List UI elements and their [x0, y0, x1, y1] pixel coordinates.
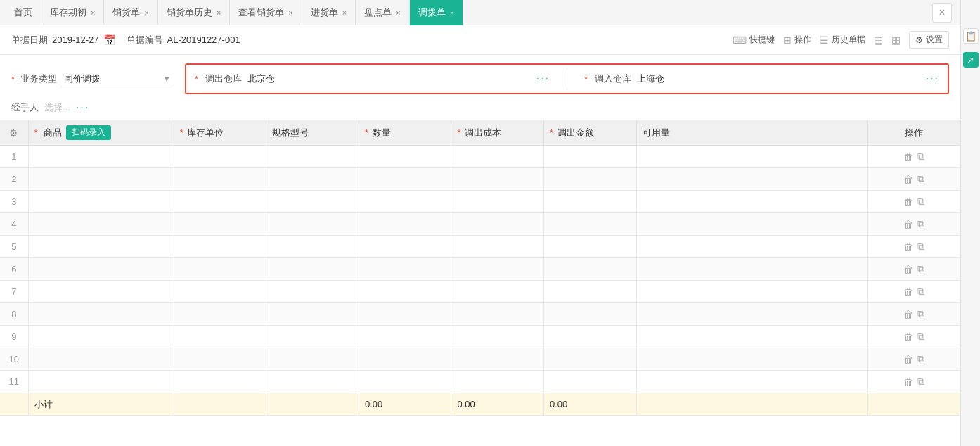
handler-select[interactable]: 选择... — [44, 101, 70, 114]
row-product[interactable] — [28, 191, 174, 213]
row-quantity[interactable] — [359, 326, 451, 348]
copy-icon[interactable]: ⧉ — [917, 263, 924, 275]
copy-icon[interactable]: ⧉ — [917, 173, 924, 185]
tab-sales-history[interactable]: 销货单历史 × — [158, 0, 230, 25]
row-spec[interactable] — [266, 348, 359, 371]
copy-icon[interactable]: ⧉ — [917, 151, 924, 163]
tab-inventory-init[interactable]: 库存期初 × — [41, 0, 104, 25]
row-cost[interactable] — [451, 191, 544, 213]
row-cost[interactable] — [451, 281, 544, 303]
row-quantity[interactable] — [359, 213, 451, 236]
in-warehouse-more-button[interactable]: ··· — [926, 72, 939, 85]
row-unit[interactable] — [174, 258, 266, 281]
row-product[interactable] — [28, 146, 174, 168]
tab-sales-order[interactable]: 销货单 × — [104, 0, 157, 25]
row-cost[interactable] — [451, 168, 544, 191]
row-unit[interactable] — [174, 303, 266, 326]
copy-icon[interactable]: ⧉ — [917, 308, 924, 320]
row-unit[interactable] — [174, 213, 266, 236]
tab-close-sales-order[interactable]: × — [144, 8, 148, 17]
delete-icon[interactable]: 🗑 — [903, 264, 913, 275]
copy-icon[interactable]: ⧉ — [917, 353, 924, 365]
tab-home[interactable]: 首页 — [6, 0, 41, 25]
row-amount[interactable] — [543, 191, 636, 213]
delete-icon[interactable]: 🗑 — [903, 286, 913, 298]
grid-button[interactable]: ▦ — [891, 34, 901, 46]
copy-icon[interactable]: ⧉ — [917, 196, 924, 208]
delete-icon[interactable]: 🗑 — [903, 196, 913, 208]
row-available[interactable] — [636, 146, 868, 168]
row-unit[interactable] — [174, 281, 266, 303]
row-amount[interactable] — [543, 213, 636, 236]
tab-close-purchase-order[interactable]: × — [342, 8, 347, 17]
tab-purchase-order[interactable]: 进货单 × — [302, 0, 356, 25]
row-amount[interactable] — [543, 236, 636, 258]
row-unit[interactable] — [174, 146, 266, 168]
row-amount[interactable] — [543, 258, 636, 281]
row-product[interactable] — [28, 168, 174, 191]
row-spec[interactable] — [266, 213, 359, 236]
row-product[interactable] — [28, 281, 174, 303]
column-header-gear[interactable]: ⚙ — [0, 120, 28, 146]
row-product[interactable] — [28, 371, 174, 393]
row-cost[interactable] — [451, 303, 544, 326]
window-close-button[interactable]: × — [932, 3, 952, 23]
row-spec[interactable] — [266, 303, 359, 326]
delete-icon[interactable]: 🗑 — [903, 174, 913, 185]
business-type-select[interactable]: 同价调拨 ▼ — [61, 71, 174, 87]
tab-view-sales[interactable]: 查看销货单 × — [230, 0, 302, 25]
out-warehouse-more-button[interactable]: ··· — [536, 72, 550, 85]
row-quantity[interactable] — [359, 371, 451, 393]
row-quantity[interactable] — [359, 258, 451, 281]
row-amount[interactable] — [543, 146, 636, 168]
copy-icon[interactable]: ⧉ — [917, 218, 924, 230]
tab-close-view-sales[interactable]: × — [288, 8, 292, 17]
row-spec[interactable] — [266, 258, 359, 281]
row-amount[interactable] — [543, 303, 636, 326]
row-quantity[interactable] — [359, 303, 451, 326]
row-quantity[interactable] — [359, 191, 451, 213]
settings-button[interactable]: ⚙ 设置 — [909, 31, 949, 49]
tab-close-inventory-init[interactable]: × — [91, 8, 95, 17]
row-product[interactable] — [28, 348, 174, 371]
delete-icon[interactable]: 🗑 — [903, 151, 913, 163]
row-amount[interactable] — [543, 326, 636, 348]
row-unit[interactable] — [174, 326, 266, 348]
copy-icon[interactable]: ⧉ — [917, 286, 924, 298]
sidebar-export-button[interactable]: ↗ — [963, 52, 979, 68]
row-unit[interactable] — [174, 371, 266, 393]
row-cost[interactable] — [451, 371, 544, 393]
row-available[interactable] — [636, 281, 868, 303]
copy-icon[interactable]: ⧉ — [917, 241, 924, 253]
calendar-icon[interactable]: 📅 — [103, 34, 115, 46]
row-quantity[interactable] — [359, 236, 451, 258]
delete-icon[interactable]: 🗑 — [903, 219, 913, 230]
row-spec[interactable] — [266, 146, 359, 168]
row-spec[interactable] — [266, 236, 359, 258]
tab-inventory-check[interactable]: 盘点单 × — [356, 0, 409, 25]
delete-icon[interactable]: 🗑 — [903, 241, 913, 253]
row-spec[interactable] — [266, 168, 359, 191]
row-quantity[interactable] — [359, 168, 451, 191]
row-available[interactable] — [636, 258, 868, 281]
row-amount[interactable] — [543, 168, 636, 191]
row-amount[interactable] — [543, 348, 636, 371]
operation-button[interactable]: ⊞ 操作 — [783, 34, 811, 46]
tab-close-inventory-check[interactable]: × — [396, 8, 400, 17]
delete-icon[interactable]: 🗑 — [903, 354, 913, 365]
row-spec[interactable] — [266, 191, 359, 213]
copy-icon[interactable]: ⧉ — [917, 331, 924, 343]
tab-close-transfer-order[interactable]: × — [450, 8, 454, 17]
shortcut-button[interactable]: ⌨ 快捷键 — [733, 34, 775, 46]
delete-icon[interactable]: 🗑 — [903, 309, 913, 320]
row-product[interactable] — [28, 326, 174, 348]
row-cost[interactable] — [451, 213, 544, 236]
row-cost[interactable] — [451, 146, 544, 168]
row-available[interactable] — [636, 213, 868, 236]
row-available[interactable] — [636, 371, 868, 393]
row-available[interactable] — [636, 191, 868, 213]
row-spec[interactable] — [266, 281, 359, 303]
tab-transfer-order[interactable]: 调拨单 × — [410, 0, 463, 25]
table-gear-icon[interactable]: ⚙ — [9, 127, 18, 139]
row-amount[interactable] — [543, 371, 636, 393]
